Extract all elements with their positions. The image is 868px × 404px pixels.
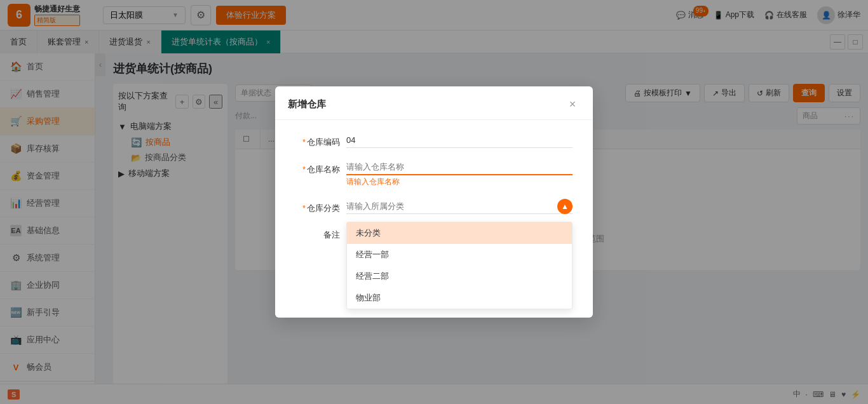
- name-error-msg: 请输入仓库名称: [346, 177, 400, 187]
- close-icon: ×: [569, 98, 576, 111]
- dropdown-item-property[interactable]: 物业部: [347, 287, 572, 309]
- modal-header: 新增仓库 ×: [275, 86, 593, 120]
- add-warehouse-modal: 新增仓库 × 仓库编码 仓库名称 请输入仓库名称: [275, 86, 593, 318]
- modal-body: 仓库编码 仓库名称 请输入仓库名称 仓库分类 ▲: [275, 120, 593, 277]
- form-row-name: 仓库名称 请输入仓库名称: [295, 159, 573, 187]
- category-label: 仓库分类: [295, 199, 346, 214]
- dropdown-item-ops2[interactable]: 经营二部: [347, 266, 572, 287]
- chevron-up-icon: ▲: [561, 202, 569, 211]
- modal-title: 新增仓库: [288, 98, 326, 111]
- form-row-code: 仓库编码: [295, 133, 573, 148]
- category-dropdown-toggle[interactable]: ▲: [557, 199, 573, 214]
- category-select-wrapper: ▲ 未分类 经营一部 经营二部 物业部: [346, 199, 573, 214]
- category-dropdown: 未分类 经营一部 经营二部 物业部: [346, 222, 573, 309]
- form-row-category: 仓库分类 ▲ 未分类 经营一部 经营二部 物业部: [295, 199, 573, 214]
- remark-label: 备注: [295, 226, 346, 241]
- modal-close-button[interactable]: ×: [565, 97, 580, 112]
- dropdown-item-unclassified[interactable]: 未分类: [347, 222, 572, 244]
- category-input[interactable]: [346, 199, 573, 214]
- dropdown-item-ops1[interactable]: 经营一部: [347, 244, 572, 266]
- name-label: 仓库名称: [295, 160, 346, 175]
- modal-overlay[interactable]: 新增仓库 × 仓库编码 仓库名称 请输入仓库名称: [0, 0, 868, 404]
- code-input[interactable]: [346, 133, 573, 148]
- code-label: 仓库编码: [295, 133, 346, 148]
- name-input[interactable]: [346, 159, 573, 175]
